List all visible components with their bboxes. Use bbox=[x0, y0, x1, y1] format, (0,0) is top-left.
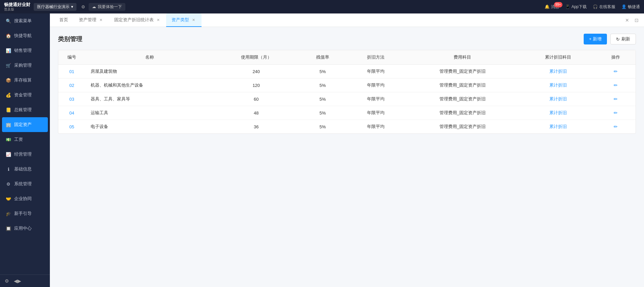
sidebar-item-fund[interactable]: 💰 资金管理 bbox=[0, 88, 50, 102]
col-expense: 费用科目 bbox=[404, 50, 520, 65]
sidebar-item-salary[interactable]: 💵 工资 bbox=[0, 132, 50, 147]
cell-accumulated: 累计折旧 bbox=[520, 120, 596, 134]
sidebar-item-inventory[interactable]: 📦 库存核算 bbox=[0, 73, 50, 88]
user-icon: 👤 bbox=[621, 4, 626, 9]
gear-icon[interactable]: ⚙ bbox=[81, 4, 85, 9]
expand-icon[interactable]: ⊡ bbox=[633, 16, 640, 24]
tab-bar-actions: ✕ ⊡ bbox=[624, 16, 640, 24]
main-layout: 🔍 搜索菜单 🏠 快捷导航 📊 销售管理 🛒 采购管理 📦 库存核算 💰 资金管… bbox=[0, 13, 644, 287]
sidebar-item-label: 总账管理 bbox=[14, 107, 32, 113]
sidebar-item-guide[interactable]: 🎓 新手引导 bbox=[0, 206, 50, 221]
col-period: 使用期限（月） bbox=[214, 50, 298, 65]
cell-method: 年限平均 bbox=[347, 92, 405, 106]
sidebar-item-apps[interactable]: 🔲 应用中心 bbox=[0, 221, 50, 236]
page-content: 类别管理 + 新增 ↻ 刷新 编号 名称 使用期限（月） bbox=[50, 27, 644, 287]
app-logo: 畅捷通好业财 普及版 bbox=[4, 2, 30, 11]
cell-code: 02 bbox=[58, 78, 85, 92]
cloud-icon: ☁ bbox=[92, 4, 96, 9]
sidebar-item-collab[interactable]: 🤝 企业协同 bbox=[0, 191, 50, 206]
close-tab-icon[interactable]: ✕ bbox=[624, 16, 631, 24]
company-selector[interactable]: 医疗器械行业演示 ▾ bbox=[34, 3, 76, 11]
sidebar-item-label: 基础信息 bbox=[14, 166, 32, 172]
tab-close-icon[interactable]: ✕ bbox=[156, 18, 161, 23]
cell-accumulated: 累计折旧 bbox=[520, 106, 596, 120]
settings-icon[interactable]: ⚙ bbox=[5, 278, 9, 284]
sidebar-item-search[interactable]: 🔍 搜索菜单 bbox=[0, 13, 50, 28]
sidebar-item-quicknav[interactable]: 🏠 快捷导航 bbox=[0, 28, 50, 43]
tab-asset-management[interactable]: 资产管理 ✕ bbox=[73, 13, 109, 27]
header-actions: + 新增 ↻ 刷新 bbox=[584, 34, 636, 44]
search-icon: 🔍 bbox=[5, 18, 11, 24]
sidebar-item-management[interactable]: 📈 经营管理 bbox=[0, 147, 50, 162]
cell-action[interactable]: ✏ bbox=[596, 92, 636, 106]
sidebar-item-sales[interactable]: 📊 销售管理 bbox=[0, 43, 50, 58]
notification-button[interactable]: 🔔 消息 99+ bbox=[545, 4, 559, 10]
sidebar-item-ledger[interactable]: 📒 总账管理 bbox=[0, 102, 50, 117]
col-method: 折旧方法 bbox=[347, 50, 405, 65]
sidebar-item-system[interactable]: ⚙ 系统管理 bbox=[0, 177, 50, 191]
fund-icon: 💰 bbox=[5, 92, 11, 98]
bell-icon: 🔔 bbox=[545, 4, 550, 9]
cell-code: 05 bbox=[58, 120, 85, 134]
cell-period: 60 bbox=[214, 92, 298, 106]
salary-icon: 💵 bbox=[5, 136, 11, 142]
tab-depreciation-table[interactable]: 固定资产折旧统计表 ✕ bbox=[109, 13, 166, 27]
collab-icon: 🤝 bbox=[5, 196, 11, 202]
collapse-icon[interactable]: ◀▶ bbox=[14, 278, 21, 284]
tab-home[interactable]: 首页 bbox=[54, 13, 73, 27]
tab-label: 资产管理 bbox=[79, 17, 96, 23]
cell-residual: 5% bbox=[298, 92, 347, 106]
table-row: 01 房屋及建筑物 240 5% 年限平均 管理费用_固定资产折旧 累计折旧 ✏ bbox=[58, 65, 636, 78]
sidebar-item-info[interactable]: ℹ 基础信息 bbox=[0, 162, 50, 177]
customer-service-button[interactable]: 🎧 在线客服 bbox=[593, 4, 615, 10]
tab-close-icon[interactable]: ✕ bbox=[191, 18, 196, 23]
apps-icon: 🔲 bbox=[5, 225, 11, 231]
cell-method: 年限平均 bbox=[347, 106, 405, 120]
tab-asset-type[interactable]: 资产类型 ✕ bbox=[166, 13, 202, 27]
refresh-button[interactable]: ↻ 刷新 bbox=[610, 34, 636, 44]
cell-residual: 5% bbox=[298, 78, 347, 92]
guide-icon: 🎓 bbox=[5, 211, 11, 217]
home-icon: 🏠 bbox=[5, 33, 11, 39]
tab-label: 固定资产折旧统计表 bbox=[114, 17, 154, 23]
sidebar-item-label: 系统管理 bbox=[14, 181, 32, 187]
tab-close-icon[interactable]: ✕ bbox=[98, 18, 103, 23]
edit-icon[interactable]: ✏ bbox=[614, 83, 618, 88]
cell-period: 240 bbox=[214, 65, 298, 78]
cell-accumulated: 累计折旧 bbox=[520, 78, 596, 92]
experience-button[interactable]: ☁ 我要体验一下 bbox=[89, 3, 125, 11]
cell-accumulated: 累计折旧 bbox=[520, 92, 596, 106]
content-area: 首页 资产管理 ✕ 固定资产折旧统计表 ✕ 资产类型 ✕ ✕ ⊡ 类 bbox=[50, 13, 644, 287]
edit-icon[interactable]: ✏ bbox=[614, 110, 618, 116]
cell-period: 120 bbox=[214, 78, 298, 92]
cell-action[interactable]: ✏ bbox=[596, 78, 636, 92]
cell-accumulated: 累计折旧 bbox=[520, 65, 596, 78]
cell-expense: 管理费用_固定资产折旧 bbox=[404, 78, 520, 92]
col-name: 名称 bbox=[85, 50, 214, 65]
cell-action[interactable]: ✏ bbox=[596, 65, 636, 78]
app-download-button[interactable]: 📱 App下载 bbox=[565, 4, 587, 10]
col-action: 操作 bbox=[596, 50, 636, 65]
sidebar-item-purchase[interactable]: 🛒 采购管理 bbox=[0, 58, 50, 73]
cell-action[interactable]: ✏ bbox=[596, 120, 636, 134]
cell-action[interactable]: ✏ bbox=[596, 106, 636, 120]
add-button[interactable]: + 新增 bbox=[584, 34, 607, 44]
edit-icon[interactable]: ✏ bbox=[614, 124, 618, 129]
cell-period: 36 bbox=[214, 120, 298, 134]
cell-method: 年限平均 bbox=[347, 65, 405, 78]
cell-method: 年限平均 bbox=[347, 78, 405, 92]
cell-method: 年限平均 bbox=[347, 120, 405, 134]
sales-icon: 📊 bbox=[5, 47, 11, 54]
ledger-icon: 📒 bbox=[5, 107, 11, 113]
asset-icon: 🏢 bbox=[5, 122, 11, 128]
sidebar-item-assets[interactable]: 🏢 固定资产 bbox=[2, 117, 48, 132]
user-profile-button[interactable]: 👤 畅捷通 bbox=[621, 4, 640, 10]
cell-residual: 5% bbox=[298, 65, 347, 78]
management-icon: 📈 bbox=[5, 151, 11, 157]
cell-name: 电子设备 bbox=[85, 120, 214, 134]
edit-icon[interactable]: ✏ bbox=[614, 96, 618, 102]
edit-icon[interactable]: ✏ bbox=[614, 69, 618, 74]
chevron-down-icon: ▾ bbox=[71, 4, 73, 9]
topbar: 畅捷通好业财 普及版 医疗器械行业演示 ▾ ⚙ ☁ 我要体验一下 🔔 消息 99… bbox=[0, 0, 644, 13]
sidebar-item-label: 资金管理 bbox=[14, 92, 32, 98]
